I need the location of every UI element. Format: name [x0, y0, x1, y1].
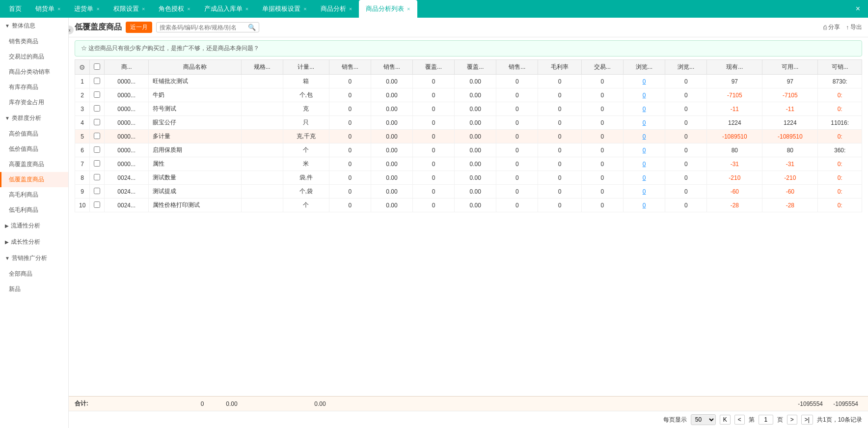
- col-sale2[interactable]: 销售...: [496, 60, 538, 75]
- row-checkbox[interactable]: [90, 199, 105, 212]
- tab-template-settings[interactable]: 单据模板设置 ×: [255, 0, 313, 18]
- sidebar-section-growth[interactable]: ▶ 成长性分析: [0, 234, 68, 250]
- row-sale-amt: 0.00: [371, 102, 412, 116]
- current-page-input[interactable]: [759, 415, 773, 425]
- row-checkbox[interactable]: [90, 143, 105, 157]
- row-checkbox[interactable]: [90, 75, 105, 88]
- row-checkbox[interactable]: [90, 157, 105, 171]
- sidebar-section-category[interactable]: ▼ 类群度分析: [0, 110, 68, 126]
- row-browse1[interactable]: 0: [624, 130, 665, 143]
- last-page-button[interactable]: >|: [801, 415, 813, 425]
- sidebar-section-flow[interactable]: ▶ 流通性分析: [0, 218, 68, 234]
- row-browse1[interactable]: 0: [624, 185, 665, 199]
- col-browse2[interactable]: 浏览...: [665, 60, 707, 75]
- col-code[interactable]: 商...: [105, 60, 149, 75]
- row-cover2: 0.00: [455, 88, 496, 102]
- sidebar-item-stock-capital[interactable]: 库存资金占用: [0, 95, 68, 110]
- close-icon[interactable]: ×: [349, 6, 352, 12]
- window-close-button[interactable]: ×: [850, 4, 866, 13]
- row-browse1[interactable]: 0: [624, 143, 665, 157]
- col-gross-rate[interactable]: 毛利率: [538, 60, 581, 75]
- row-code: 0000...: [105, 102, 149, 116]
- filter-recent-month-button[interactable]: 近一月: [126, 22, 152, 33]
- close-icon[interactable]: ×: [57, 6, 60, 12]
- row-checkbox[interactable]: [90, 185, 105, 199]
- row-browse1[interactable]: 0: [624, 116, 665, 130]
- col-sale-qty[interactable]: 销售...: [329, 60, 371, 75]
- col-unit[interactable]: 计量...: [283, 60, 329, 75]
- sidebar-item-sales-goods[interactable]: 销售类商品: [0, 34, 68, 49]
- col-settings[interactable]: ⚙: [75, 60, 90, 75]
- page-size-select[interactable]: 20 50 100 200: [691, 414, 716, 425]
- prev-page-button[interactable]: <: [734, 415, 745, 425]
- select-all-checkbox[interactable]: [94, 63, 100, 70]
- tab-permission-settings[interactable]: 权限设置 ×: [107, 0, 152, 18]
- col-spec[interactable]: 规格...: [241, 60, 283, 75]
- row-browse1[interactable]: 0: [624, 75, 665, 88]
- chevron-down-icon: ▼: [5, 23, 10, 29]
- row-checkbox[interactable]: [90, 171, 105, 185]
- col-available[interactable]: 可用...: [762, 60, 818, 75]
- col-cover2[interactable]: 覆盖...: [455, 60, 496, 75]
- close-icon[interactable]: ×: [96, 6, 99, 12]
- col-trade[interactable]: 交易...: [581, 60, 623, 75]
- row-unit: 袋,件: [283, 171, 329, 185]
- summary-sale-amt: 0.00: [217, 400, 246, 407]
- top-navigation: 首页 销货单 × 进货单 × 权限设置 × 角色授权 × 产成品入库单 × 单据…: [0, 0, 868, 18]
- row-saleable: 0:: [818, 157, 862, 171]
- share-button[interactable]: ⎙ 分享: [823, 23, 840, 31]
- col-sale-amt[interactable]: 销售...: [371, 60, 412, 75]
- tab-role-auth[interactable]: 角色授权 ×: [152, 0, 197, 18]
- first-page-button[interactable]: K: [720, 415, 731, 425]
- close-icon[interactable]: ×: [142, 6, 145, 12]
- sidebar-section-overall[interactable]: ▼ 整体信息: [0, 18, 68, 34]
- row-no: 4: [75, 116, 90, 130]
- col-checkbox[interactable]: [90, 60, 105, 75]
- row-sale-qty: 0: [329, 185, 371, 199]
- export-button[interactable]: ↑ 导出: [846, 23, 862, 31]
- col-current[interactable]: 现有...: [707, 60, 762, 75]
- close-icon[interactable]: ×: [303, 6, 306, 12]
- sidebar-item-traded-goods[interactable]: 交易过的商品: [0, 49, 68, 64]
- row-checkbox[interactable]: [90, 88, 105, 102]
- row-browse1[interactable]: 0: [624, 157, 665, 171]
- col-cover1[interactable]: 覆盖...: [413, 60, 455, 75]
- close-icon[interactable]: ×: [187, 6, 190, 12]
- col-name[interactable]: 商品名称: [148, 60, 241, 75]
- row-browse1[interactable]: 0: [624, 171, 665, 185]
- sidebar-item-high-coverage[interactable]: 高覆盖度商品: [0, 157, 68, 172]
- row-cover1: 0: [413, 199, 455, 212]
- row-sale-qty: 0: [329, 116, 371, 130]
- sidebar-item-category-turnover[interactable]: 商品分类动销率: [0, 64, 68, 80]
- row-browse1[interactable]: 0: [624, 102, 665, 116]
- row-checkbox[interactable]: [90, 130, 105, 143]
- settings-icon[interactable]: ⚙: [79, 63, 85, 71]
- row-checkbox[interactable]: [90, 116, 105, 130]
- tab-purchase-order[interactable]: 进货单 ×: [67, 0, 106, 18]
- col-saleable[interactable]: 可销...: [818, 60, 862, 75]
- tab-home[interactable]: 首页: [2, 0, 28, 18]
- tab-sales-order[interactable]: 销货单 ×: [28, 0, 67, 18]
- tab-product-analysis-list[interactable]: 商品分析列表 ×: [359, 0, 417, 18]
- col-browse1[interactable]: 浏览...: [624, 60, 665, 75]
- close-icon[interactable]: ×: [245, 6, 248, 12]
- close-icon[interactable]: ×: [407, 6, 410, 12]
- row-available: -210: [762, 171, 818, 185]
- sidebar-item-high-margin[interactable]: 高毛利商品: [0, 187, 68, 202]
- sidebar-item-new-goods[interactable]: 新品: [0, 282, 68, 297]
- next-page-button[interactable]: >: [787, 415, 797, 425]
- row-browse1[interactable]: 0: [624, 199, 665, 212]
- sidebar-item-low-margin[interactable]: 低毛利商品: [0, 202, 68, 218]
- search-input[interactable]: [160, 24, 248, 31]
- data-table: ⚙ 商... 商品名称 规格...: [75, 59, 862, 212]
- sidebar-item-in-stock-goods[interactable]: 有库存商品: [0, 80, 68, 95]
- tab-product-analysis[interactable]: 商品分析 ×: [314, 0, 359, 18]
- sidebar-section-marketing[interactable]: ▼ 营销推广分析: [0, 250, 68, 266]
- sidebar-item-all-goods[interactable]: 全部商品: [0, 266, 68, 282]
- sidebar-item-high-value[interactable]: 高价值商品: [0, 126, 68, 142]
- sidebar-item-low-coverage[interactable]: 低覆盖度商品: [0, 172, 68, 187]
- row-checkbox[interactable]: [90, 102, 105, 116]
- sidebar-item-low-value[interactable]: 低价值商品: [0, 142, 68, 157]
- row-browse1[interactable]: 0: [624, 88, 665, 102]
- tab-product-inbound[interactable]: 产成品入库单 ×: [197, 0, 255, 18]
